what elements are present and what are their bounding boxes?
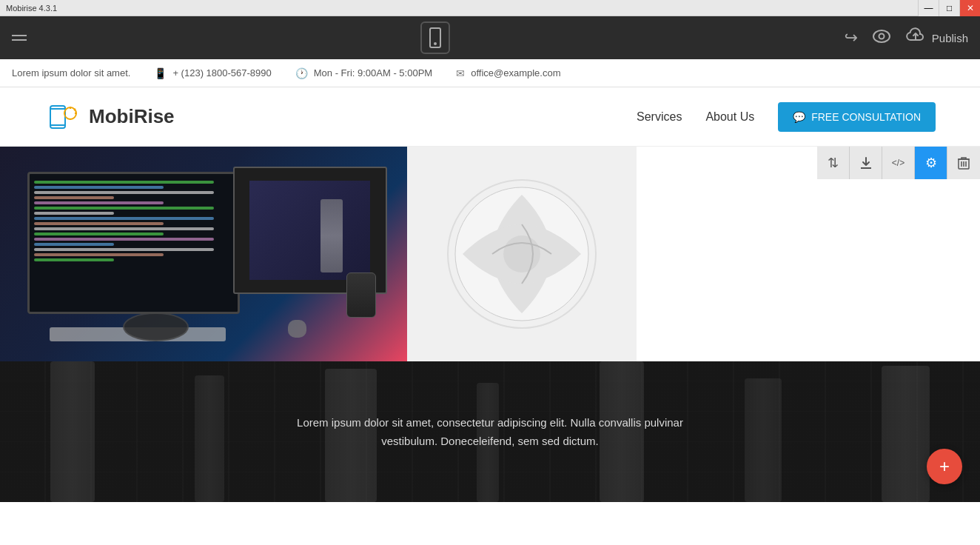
dark-text-content: Lorem ipsum dolor sit amet, consectetur … (297, 413, 683, 451)
move-up-down-button[interactable]: ⇅ (817, 147, 850, 179)
phone-text: + (123) 1800-567-8990 (172, 67, 271, 78)
svg-line-7 (74, 109, 75, 110)
logo-text: MobiRise (89, 105, 175, 128)
phone-preview-button[interactable] (420, 21, 450, 54)
svg-point-1 (879, 33, 884, 39)
logo-area: MobiRise (44, 98, 175, 136)
floating-toolbar: ⇅ </> ⚙ (817, 147, 980, 179)
svg-point-0 (873, 30, 890, 42)
dark-section: Lorem ipsum dolor sit amet, consectetur … (0, 361, 980, 502)
hamburger-line (12, 35, 27, 36)
download-button[interactable] (850, 147, 882, 179)
toolbar-left (12, 35, 27, 41)
clock-icon: 🕐 (295, 67, 308, 79)
code-button[interactable]: </> (882, 147, 915, 179)
close-button[interactable]: ✕ (959, 0, 980, 16)
gallery-image-left (0, 147, 407, 361)
pillar (195, 375, 224, 502)
preview-button[interactable] (873, 30, 890, 47)
titlebar-controls: — □ ✕ (918, 0, 980, 16)
info-bar: Lorem ipsum dolor sit amet. 📱 + (123) 18… (0, 59, 980, 87)
undo-button[interactable]: ↩ (845, 28, 858, 47)
cloud-upload-icon (905, 27, 926, 48)
tagline: Lorem ipsum dolor sit amet. (12, 67, 130, 78)
settings-button[interactable]: ⚙ (915, 147, 947, 179)
nav-about[interactable]: About Us (705, 110, 754, 124)
headphones-prop (123, 312, 189, 341)
publish-button[interactable]: Publish (905, 27, 968, 48)
hours-text: Mon - Fri: 9:00AM - 5:00PM (314, 67, 432, 78)
phone-prop (346, 272, 376, 318)
delete-button[interactable] (947, 147, 980, 179)
code-display (30, 174, 238, 268)
pillar (50, 361, 95, 502)
email-icon: ✉ (456, 67, 465, 79)
pillar (882, 366, 930, 502)
email-text: office@example.com (471, 67, 560, 78)
monitor-screen-content (249, 181, 370, 281)
phone-icon: 📱 (154, 67, 167, 79)
gallery-section: ⇅ </> ⚙ (0, 147, 980, 361)
dark-text-line2: vestibulum. Doneceleifend, sem sed dictu… (381, 435, 598, 447)
nav-bar: MobiRise Services About Us 💬 FREE CONSUL… (0, 87, 980, 147)
hours-info: 🕐 Mon - Fri: 9:00AM - 5:00PM (295, 67, 432, 79)
toolbar-right: ↩ Publish (845, 27, 968, 48)
monitor-visual (21, 163, 387, 346)
mouse-prop (288, 320, 306, 338)
publish-label: Publish (932, 32, 968, 44)
maximize-button[interactable]: □ (939, 0, 959, 16)
email-info: ✉ office@example.com (456, 67, 560, 79)
cta-icon: 💬 (793, 111, 805, 123)
titlebar: Mobirise 4.3.1 — □ ✕ (0, 0, 980, 16)
dark-text-line1: Lorem ipsum dolor sit amet, consectetur … (297, 416, 683, 429)
can-prop (320, 199, 343, 272)
toolbar-center (420, 21, 450, 54)
fab-button[interactable]: + (927, 449, 962, 484)
cta-label: FREE CONSULTATION (811, 111, 921, 123)
hamburger-line (12, 39, 27, 41)
pillar (745, 378, 782, 502)
nav-services[interactable]: Services (637, 110, 682, 124)
circle-shape-svg (440, 173, 603, 335)
svg-point-17 (503, 235, 540, 272)
logo-icon (44, 98, 81, 136)
titlebar-title: Mobirise 4.3.1 (6, 4, 57, 13)
main-monitor (27, 172, 240, 314)
minimize-button[interactable]: — (918, 0, 939, 16)
nav-links: Services About Us 💬 FREE CONSULTATION (637, 102, 936, 132)
phone-info: 📱 + (123) 1800-567-8990 (154, 67, 271, 79)
cta-button[interactable]: 💬 FREE CONSULTATION (778, 102, 936, 132)
app-toolbar: ↩ Publish (0, 16, 980, 59)
phone-preview-icon (429, 27, 441, 48)
hamburger-menu-button[interactable] (12, 35, 27, 41)
circle-design (440, 173, 603, 335)
gallery-image-right (407, 147, 637, 361)
